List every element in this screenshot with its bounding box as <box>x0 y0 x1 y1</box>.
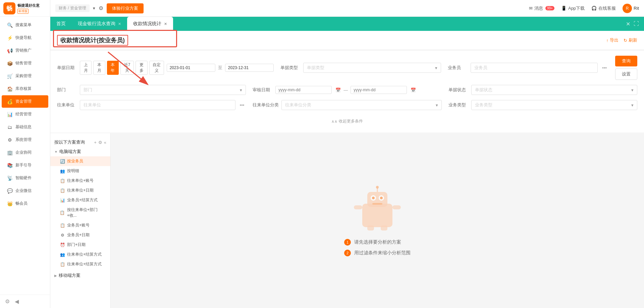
doc-type-select[interactable]: 单据类型 ▾ <box>303 63 441 73</box>
scheme-group-desktop-header[interactable]: ▼ 电脑端方案 <box>50 147 110 156</box>
header-gear-icon[interactable]: ⚙ <box>99 5 103 11</box>
scheme-item-sales-pay[interactable]: 📊 业务员+结算方式 <box>50 195 110 205</box>
tab-bank-label: 现金银行流水查询 <box>78 21 115 27</box>
collapse-footer-icon[interactable]: ◀ <box>15 298 19 305</box>
customer-cat-chevron: ▾ <box>436 103 438 108</box>
scheme-group-mobile-header[interactable]: ▶ 移动端方案 <box>50 271 110 280</box>
search-icon: 🔍 <box>7 22 13 28</box>
query-button[interactable]: 查询 <box>615 56 637 66</box>
date-tab-group: 上月 本月 本年 近7天 更多 自定义 <box>80 61 164 75</box>
online-service-action[interactable]: 🎧 在线客服 <box>591 5 616 11</box>
scheme-cust-date-icon: 📋 <box>60 188 65 193</box>
user-avatar-area[interactable]: R Rit <box>623 4 639 13</box>
app-download-action[interactable]: 📱 App下载 <box>561 5 585 11</box>
sidebar-item-guide[interactable]: 📚 新手引导 <box>2 159 48 171</box>
filter-doc-type: 单据类型 单据类型 ▾ <box>280 63 441 73</box>
sidebar-item-wechat[interactable]: 💬 企业微信 <box>2 185 48 197</box>
customer-cat-select[interactable]: 往来单位分类 ▾ <box>281 100 441 110</box>
scheme-item-salesman[interactable]: 🔄 按业务员 <box>50 156 110 166</box>
logo-icon: 畅 <box>3 2 15 14</box>
tab-bank[interactable]: 现金银行流水查询 ✕ <box>72 17 127 31</box>
system-icon: ⚙ <box>7 137 13 143</box>
refresh-icon: ↻ <box>624 38 627 43</box>
sidebar-item-basic[interactable]: 🗂 基础信息 <box>2 121 48 133</box>
scheme-item-cust-pay2[interactable]: 📋 往来单位+结算方式 <box>50 259 110 269</box>
export-button[interactable]: ↑ 导出 <box>606 37 619 43</box>
collapse-bar[interactable]: ∧∧ 收起更多条件 <box>57 115 637 127</box>
sidebar-item-member[interactable]: 👑 畅会员 <box>2 197 48 210</box>
doc-status-select[interactable]: 单据状态 ▾ <box>471 85 637 95</box>
scheme-item-cust-pay1[interactable]: 👥 往来单位+结算方式 <box>50 250 110 259</box>
sidebar-item-hardware[interactable]: 📡 智能硬件 <box>2 172 48 184</box>
scheme-item-sales-date[interactable]: ⚙ 业务员+日期 <box>50 230 110 240</box>
biz-type-select[interactable]: 业务类型 ▾ <box>471 100 637 110</box>
scheme-item-cust-date[interactable]: 📋 往来单位+日期 <box>50 186 110 195</box>
sidebar-item-quicknav[interactable]: ⚡ 快捷导航 <box>2 32 48 44</box>
review-date-to[interactable] <box>351 86 407 94</box>
svg-rect-10 <box>381 225 387 230</box>
scheme-item-cust-dept[interactable]: 📋 按往来单位+部门+收... <box>50 205 110 220</box>
sidebar-item-system[interactable]: ⚙ 系统管理 <box>2 134 48 146</box>
date-btn-last-month[interactable]: 上月 <box>80 61 92 75</box>
customer-value: 往来单位 <box>84 102 101 108</box>
sidebar-item-sales[interactable]: 📦 销售管理 <box>2 57 48 69</box>
sidebar-item-finance[interactable]: 💰 资金管理 <box>2 95 48 108</box>
scheme-collapse-icon[interactable]: « <box>104 140 106 145</box>
scheme-add-icon[interactable]: + <box>94 140 97 145</box>
date-btn-more[interactable]: 更多 <box>136 61 147 75</box>
scheme-item-dept-date[interactable]: ⏰ 部门+日期 <box>50 240 110 250</box>
svg-rect-1 <box>367 192 387 207</box>
message-action[interactable]: ✉ 消息 99+ <box>529 5 554 11</box>
sidebar-item-search[interactable]: 🔍 搜索菜单 <box>2 19 48 31</box>
tab-receipt-close[interactable]: ✕ <box>164 22 167 26</box>
sidebar-item-marketing[interactable]: 📢 营销推广 <box>2 44 48 57</box>
sidebar-item-enterprise[interactable]: 🏢 企业协同 <box>2 146 48 159</box>
customer-more-dots[interactable]: ••• <box>238 103 246 108</box>
salesman-select[interactable]: 业务员 <box>471 63 598 73</box>
sidebar-item-purchase[interactable]: 🛒 采购管理 <box>2 70 48 82</box>
settings-button[interactable]: 设置 <box>615 68 637 80</box>
scheme-item-cust-account[interactable]: 📋 往来单位+账号 <box>50 176 110 186</box>
calendar-from-icon[interactable]: 📅 <box>335 88 341 93</box>
scheme-item-sales-acc[interactable]: 📋 业务员+账号 <box>50 220 110 230</box>
date-to-input[interactable] <box>225 64 274 72</box>
date-btn-7days[interactable]: 近7天 <box>120 61 134 75</box>
tab-bank-close[interactable]: ✕ <box>118 22 121 26</box>
sidebar-item-inventory[interactable]: 🏠 库存核算 <box>2 83 48 95</box>
sidebar-label-inventory: 库存核算 <box>15 86 32 92</box>
sidebar-nav: 🔍 搜索菜单 ⚡ 快捷导航 📢 营销推广 📦 销售管理 🛒 采购管理 🏠 库存核… <box>0 17 50 295</box>
service-icon: 🎧 <box>591 6 597 11</box>
calendar-to-icon[interactable]: 📅 <box>411 88 416 93</box>
svg-point-12 <box>376 186 379 189</box>
sidebar-item-operation[interactable]: 📊 经营管理 <box>2 108 48 120</box>
sidebar-label-finance: 资金管理 <box>15 99 32 104</box>
date-btn-custom[interactable]: 自定义 <box>149 61 164 75</box>
breadcrumb-dropdown[interactable]: ▾ <box>93 6 95 11</box>
tab-receipt[interactable]: 收款情况统计 ✕ <box>127 17 173 31</box>
logo-badge: 标准版 <box>17 9 29 14</box>
tab-fullscreen-icon[interactable]: ⛶ <box>634 21 639 27</box>
settings-footer-icon[interactable]: ⚙ <box>5 298 10 305</box>
salesman-more-dots[interactable]: ••• <box>600 65 608 70</box>
sidebar-label-sales: 销售管理 <box>15 60 32 66</box>
date-btn-this-year[interactable]: 本年 <box>107 61 119 75</box>
page-title: 收款情况统计(按业务员) <box>57 35 128 46</box>
trial-button[interactable]: 体验行业方案 <box>107 3 144 13</box>
tab-home[interactable]: 首页 <box>50 17 72 31</box>
message-icon: ✉ <box>529 6 533 11</box>
scheme-sales-pay-icon: 📊 <box>60 198 65 203</box>
filter-row-1: 单据日期 上月 本月 本年 近7天 更多 自定义 至 单据类型 <box>57 56 637 80</box>
filter-doc-status: 单据状态 单据状态 ▾ <box>448 85 637 95</box>
scheme-gear-icon[interactable]: ⚙ <box>98 140 102 145</box>
tab-receipt-label: 收款情况统计 <box>133 21 161 27</box>
message-label: 消息 <box>534 5 543 11</box>
refresh-button[interactable]: ↻ 刷新 <box>624 37 637 43</box>
dept-select[interactable]: 部门 ▾ <box>80 85 246 95</box>
tab-close-all-icon[interactable]: ✕ <box>626 21 630 27</box>
date-from-input[interactable] <box>167 64 215 72</box>
scheme-item-detail[interactable]: 👥 按明细 <box>50 166 110 176</box>
customer-select[interactable]: 往来单位 <box>80 100 235 110</box>
date-btn-this-month[interactable]: 本月 <box>93 61 105 75</box>
left-panel-header: 按以下方案查询 + ⚙ « <box>50 137 110 147</box>
review-date-from[interactable] <box>275 86 332 94</box>
